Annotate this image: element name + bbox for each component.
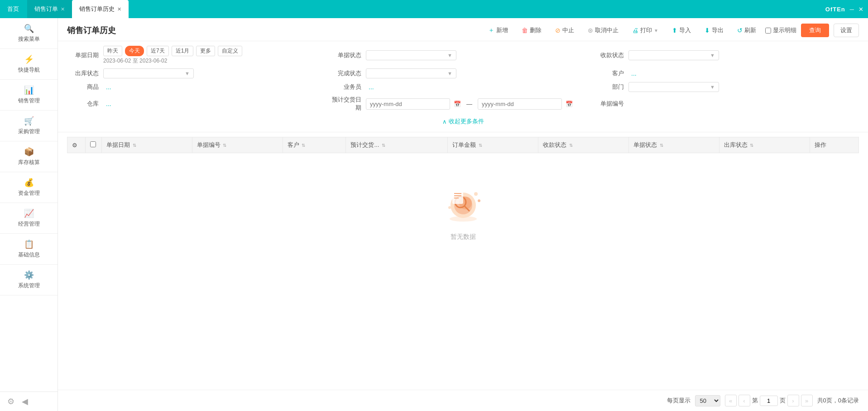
salesperson-control: ... [366, 83, 574, 91]
refresh-label: 刷新 [744, 26, 756, 34]
customer-label: 客户 [592, 69, 628, 77]
sidebar-item-sys-mgmt[interactable]: ⚙️ 系统管理 [0, 265, 58, 295]
date-btn-7days[interactable]: 近7天 [147, 46, 169, 56]
date-btn-yesterday[interactable]: 昨天 [103, 46, 122, 56]
print-label: 打印 [640, 26, 652, 34]
collapse-btn[interactable]: ∧ 收起更多条件 [442, 116, 484, 127]
export-button[interactable]: ⬇ 导出 [700, 24, 728, 36]
cancel-stop-icon: ⊛ [588, 27, 593, 34]
refresh-button[interactable]: ↺ 刷新 [733, 24, 761, 36]
delivery-status-arrow: ▼ [185, 71, 190, 76]
settings-button[interactable]: 设置 [834, 24, 859, 37]
sales-mgmt-icon: 📊 [24, 85, 34, 95]
table-settings-th[interactable]: ⚙ [67, 137, 86, 153]
payment-status-control[interactable]: ▼ [628, 50, 837, 60]
date-btn-custom[interactable]: 自定义 [218, 46, 242, 56]
display-toggle[interactable]: 显示明细 [765, 26, 796, 34]
sidebar-item-purchase-mgmt[interactable]: 🛒 采购管理 [0, 111, 58, 141]
window-minimize[interactable]: ─ [850, 6, 854, 13]
tab-sales-order-history[interactable]: 销售订单历史 ✕ [72, 0, 129, 18]
expected-delivery-start[interactable] [366, 98, 450, 110]
page-label-after: 页 [780, 396, 786, 405]
th-delivery-date[interactable]: 预计交货... ⇅ [346, 137, 448, 153]
new-button[interactable]: ＋ 新增 [484, 24, 513, 36]
th-date-label: 单据日期 [106, 141, 130, 148]
display-toggle-checkbox[interactable] [765, 28, 771, 34]
th-delivery-status-sort[interactable]: ⇅ [750, 143, 753, 148]
stop-button[interactable]: ⊘ 中止 [551, 24, 579, 36]
th-date[interactable]: 单据日期 ⇅ [102, 137, 192, 153]
completion-status-control[interactable]: ▼ [366, 68, 574, 78]
th-payment-status[interactable]: 收款状态 ⇅ [538, 137, 629, 153]
next-page-btn[interactable]: › [787, 395, 799, 406]
page-size-select[interactable]: 10 20 50 100 [695, 395, 720, 406]
table-settings-icon[interactable]: ⚙ [72, 142, 77, 149]
completion-status-select[interactable]: ▼ [366, 68, 456, 78]
sidebar-item-inventory[interactable]: 📦 库存核算 [0, 141, 58, 172]
warehouse-control: ... [103, 100, 312, 107]
sidebar-collapse-icon[interactable]: ◀ [22, 396, 28, 406]
payment-status-arrow: ▼ [710, 53, 715, 58]
sidebar-item-basic-info[interactable]: 📋 基础信息 [0, 234, 58, 265]
tab-home[interactable]: 首页 [0, 0, 26, 18]
salesperson-ellipsis[interactable]: ... [366, 83, 377, 91]
customer-ellipsis[interactable]: ... [628, 70, 639, 77]
table-select-all[interactable] [90, 141, 96, 147]
cancel-stop-button[interactable]: ⊛ 取消中止 [583, 24, 623, 36]
goods-ellipsis[interactable]: ... [103, 83, 114, 91]
department-control[interactable]: ▼ [628, 82, 837, 92]
cal-icon-start[interactable]: 📅 [454, 101, 461, 107]
department-label: 部门 [592, 83, 628, 91]
sidebar-item-quick-nav[interactable]: ⚡ 快捷导航 [0, 49, 58, 80]
sidebar-settings-icon[interactable]: ⚙ [7, 396, 14, 406]
department-select[interactable]: ▼ [628, 82, 719, 92]
warehouse-ellipsis[interactable]: ... [103, 100, 114, 107]
th-order-status[interactable]: 单据状态 ⇅ [628, 137, 719, 153]
sidebar-item-basic-info-label: 基础信息 [18, 251, 40, 259]
th-number-sort[interactable]: ⇅ [223, 143, 226, 148]
order-number-label: 单据编号 [592, 100, 628, 108]
filter-row-4: 仓库 ... 预计交货日期 📅 — 📅 单据编号 [67, 96, 859, 112]
date-separator: — [463, 101, 476, 107]
th-delivery-date-sort[interactable]: ⇅ [382, 143, 385, 148]
table-header-row: ⚙ 单据日期 ⇅ 单据编号 ⇅ [67, 137, 859, 153]
tab-sales-order-close[interactable]: ✕ [61, 6, 65, 12]
th-number[interactable]: 单据编号 ⇅ [192, 137, 283, 153]
window-close[interactable]: ✕ [858, 6, 863, 13]
sidebar-item-sales-mgmt[interactable]: 📊 销售管理 [0, 80, 58, 111]
sidebar-item-search-menu[interactable]: 🔍 搜索菜单 [0, 18, 58, 49]
table-footer: 每页显示 10 20 50 100 « ‹ 第 页 › » 共0页，0条记录 [58, 390, 868, 411]
delete-button[interactable]: 🗑 删除 [517, 24, 546, 36]
prev-page-btn[interactable]: ‹ [739, 395, 750, 406]
delivery-status-select[interactable]: ▼ [103, 68, 194, 78]
cancel-stop-label: 取消中止 [595, 26, 619, 34]
sidebar-item-operations[interactable]: 📈 经营管理 [0, 203, 58, 234]
current-page-input[interactable] [760, 396, 778, 406]
order-status-control[interactable]: ▼ [366, 50, 574, 60]
th-date-sort[interactable]: ⇅ [133, 143, 136, 148]
sidebar-item-finance[interactable]: 💰 资金管理 [0, 172, 58, 203]
tab-sales-order[interactable]: 销售订单 ✕ [27, 0, 72, 18]
date-btn-1month[interactable]: 近1月 [172, 46, 194, 56]
th-delivery-status[interactable]: 出库状态 ⇅ [719, 137, 810, 153]
import-button[interactable]: ⬆ 导入 [667, 24, 695, 36]
th-customer[interactable]: 客户 ⇅ [283, 137, 346, 153]
payment-status-select[interactable]: ▼ [628, 50, 719, 60]
cal-icon-end[interactable]: 📅 [566, 101, 573, 107]
first-page-btn[interactable]: « [725, 395, 737, 406]
th-amount[interactable]: 订单金额 ⇅ [448, 137, 538, 153]
order-status-select[interactable]: ▼ [366, 50, 456, 60]
print-button[interactable]: 🖨 打印 ▼ [628, 24, 663, 36]
th-payment-status-sort[interactable]: ⇅ [569, 143, 573, 148]
date-label: 单据日期 [67, 51, 103, 59]
th-amount-sort[interactable]: ⇅ [479, 143, 482, 148]
date-btn-today[interactable]: 今天 [125, 46, 144, 56]
th-customer-sort[interactable]: ⇅ [302, 143, 305, 148]
last-page-btn[interactable]: » [801, 395, 813, 406]
th-order-status-sort[interactable]: ⇅ [660, 143, 663, 148]
tab-sales-order-history-close[interactable]: ✕ [117, 6, 121, 12]
date-btn-more[interactable]: 更多 [196, 46, 215, 56]
delivery-status-control[interactable]: ▼ [103, 68, 312, 78]
query-button[interactable]: 查询 [801, 24, 829, 37]
expected-delivery-end[interactable] [478, 98, 562, 110]
